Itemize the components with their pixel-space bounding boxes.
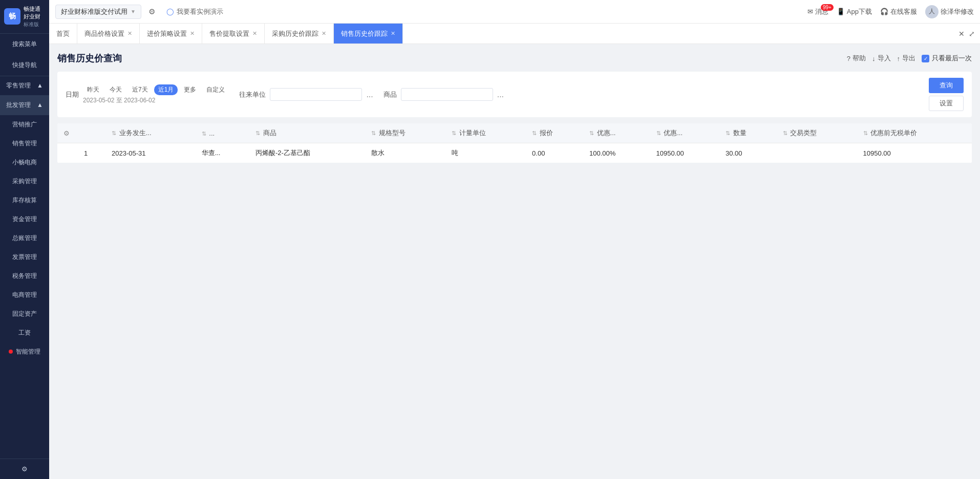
sidebar-item-assets[interactable]: 固定资产: [0, 304, 49, 323]
online-service-button[interactable]: 🎧 在线客服: [880, 7, 917, 16]
close-icon[interactable]: ✕: [322, 30, 326, 37]
query-button[interactable]: 查询: [929, 78, 964, 93]
sidebar-item-tax[interactable]: 税务管理: [0, 267, 49, 286]
demo-label: 我要看实例演示: [177, 7, 223, 16]
sidebar-item-finance[interactable]: 资金管理: [0, 210, 49, 229]
sidebar-item-ecommerce[interactable]: 电商管理: [0, 286, 49, 304]
product-filter: 商品 ...: [384, 88, 504, 101]
tab-purchase-strategy-label: 进价策略设置: [147, 29, 187, 38]
message-badge: 99+: [821, 4, 834, 11]
sidebar-settings-bottom[interactable]: ⚙: [0, 459, 49, 479]
cell-index: 1: [78, 143, 105, 163]
inventory-label: 库存核算: [12, 196, 37, 205]
cell-quantity: 30.00: [719, 143, 777, 163]
tab-purchase-strategy[interactable]: 进价策略设置 ✕: [140, 24, 202, 44]
sidebar-item-search-menu[interactable]: 搜索菜单: [0, 34, 49, 55]
app-download-label: App下载: [847, 7, 872, 16]
th-quantity: ⇅ 数量: [719, 123, 777, 143]
sidebar-item-ai[interactable]: 智能管理: [0, 342, 49, 361]
date-opt-custom[interactable]: 自定义: [202, 84, 229, 95]
version-selector[interactable]: 好业财标准版交付试用 ▼: [55, 5, 141, 19]
export-icon: ↑: [897, 55, 901, 62]
sidebar-item-inventory[interactable]: 库存核算: [0, 191, 49, 210]
message-button[interactable]: ✉ 消息 99+: [807, 7, 828, 16]
date-opt-today[interactable]: 今天: [105, 84, 126, 95]
app-download-button[interactable]: 📱 App下载: [837, 7, 872, 16]
tab-price[interactable]: 商品价格设置 ✕: [77, 24, 140, 44]
demo-button[interactable]: ◯ 我要看实例演示: [166, 7, 223, 16]
cell-discount1: 100.00%: [583, 143, 650, 163]
help-button[interactable]: ? 帮助: [847, 54, 866, 63]
sort-icon: ⇅: [112, 130, 116, 136]
export-button[interactable]: ↑ 导出: [897, 54, 916, 63]
expand-window-button[interactable]: ⤢: [969, 30, 975, 38]
tab-home[interactable]: 首页: [49, 24, 77, 44]
tab-price-label: 商品价格设置: [84, 29, 124, 38]
close-window-button[interactable]: ✕: [958, 30, 965, 38]
sidebar-logo: 畅 畅捷通好业财 标准版: [0, 0, 49, 34]
only-last-checkbox[interactable]: ✓ 只看最后一次: [922, 54, 972, 63]
settings-button[interactable]: 设置: [929, 96, 964, 111]
tab-purchase-history[interactable]: 采购历史价跟踪 ✕: [265, 24, 334, 44]
sort-icon: ⇅: [371, 130, 376, 136]
close-icon[interactable]: ✕: [190, 30, 195, 37]
cell-biz-date: 2023-05-31: [105, 143, 196, 163]
close-icon[interactable]: ✕: [391, 30, 395, 37]
sidebar-item-purchase[interactable]: 采购管理: [0, 172, 49, 191]
sort-icon: ⇅: [255, 130, 260, 136]
app-name: 畅捷通好业财: [24, 5, 45, 21]
date-options: 昨天 今天 近7天 近1月 更多 自定义: [83, 84, 229, 95]
product-input[interactable]: [401, 88, 493, 101]
main-area: 好业财标准版交付试用 ▼ ⚙ ◯ 我要看实例演示 ✉ 消息 99+ 📱 App下…: [49, 0, 980, 479]
page-actions: ? 帮助 ↓ 导入 ↑ 导出 ✓ 只看最后一次: [847, 54, 972, 63]
version-selector-label: 好业财标准版交付试用: [61, 7, 127, 16]
close-icon[interactable]: ✕: [127, 30, 132, 37]
gear-icon[interactable]: ⚙: [63, 129, 70, 137]
sidebar-item-sales[interactable]: 销售管理: [0, 134, 49, 153]
user-menu[interactable]: 人 徐泽华修改: [925, 5, 974, 18]
import-button[interactable]: ↓ 导入: [872, 54, 891, 63]
date-opt-last1m[interactable]: 近1月: [154, 84, 178, 95]
gear-icon[interactable]: ⚙: [148, 7, 155, 16]
export-label: 导出: [902, 54, 915, 63]
tab-sale-price[interactable]: 售价提取设置 ✕: [202, 24, 265, 44]
sort-icon: ⇅: [589, 130, 594, 136]
invoice-label: 发票管理: [12, 253, 37, 262]
th-settings: ⚙: [57, 123, 78, 143]
retail-arrow: ▲: [37, 82, 43, 89]
product-label: 商品: [384, 90, 397, 99]
sidebar-item-ledger[interactable]: 总账管理: [0, 229, 49, 248]
salary-label: 工资: [18, 329, 31, 337]
cell-price: 0.00: [526, 143, 583, 163]
cell-tax-price: 10950.00: [857, 143, 972, 163]
marketing-label: 营销推广: [12, 120, 37, 129]
sidebar-item-salary[interactable]: 工资: [0, 323, 49, 342]
date-opt-last7[interactable]: 近7天: [128, 84, 152, 95]
close-icon[interactable]: ✕: [252, 30, 257, 37]
sidebar-item-wholesale[interactable]: 批发管理 ▲: [0, 96, 49, 115]
cell-product: 丙烯酸-2-乙基己酯: [249, 143, 366, 163]
help-label: 帮助: [853, 54, 866, 63]
wholesale-label: 批发管理: [6, 101, 31, 110]
source-label: 往来单位: [239, 90, 266, 99]
help-icon: ?: [847, 55, 850, 62]
top-bar: 好业财标准版交付试用 ▼ ⚙ ◯ 我要看实例演示 ✉ 消息 99+ 📱 App下…: [49, 0, 980, 24]
filter-buttons: 查询 设置: [929, 78, 964, 111]
sidebar-item-quick-nav[interactable]: 快捷导航: [0, 55, 49, 76]
date-opt-more[interactable]: 更多: [180, 84, 200, 95]
sidebar-item-marketing[interactable]: 营销推广: [0, 115, 49, 134]
source-input[interactable]: [270, 88, 362, 101]
sidebar-item-retail[interactable]: 零售管理 ▲: [0, 76, 49, 96]
date-opt-yesterday[interactable]: 昨天: [83, 84, 103, 95]
chevron-down-icon: ▼: [131, 9, 136, 14]
sidebar-item-ecommerce-light[interactable]: 小畅电商: [0, 153, 49, 172]
sidebar-item-invoice[interactable]: 发票管理: [0, 248, 49, 267]
product-dots-button[interactable]: ...: [497, 90, 504, 99]
sidebar: 畅 畅捷通好业财 标准版 搜索菜单 快捷导航 零售管理 ▲ 批发管理 ▲ 营销推…: [0, 0, 49, 479]
tab-sale-history[interactable]: 销售历史价跟踪 ✕: [334, 24, 403, 44]
source-dots-button[interactable]: ...: [366, 90, 373, 99]
sort-icon: ⇅: [656, 130, 661, 136]
ai-dot: [9, 350, 13, 354]
sort-icon: ⇅: [452, 130, 456, 136]
date-range-display: 2023-05-02 至 2023-06-02: [83, 96, 229, 105]
